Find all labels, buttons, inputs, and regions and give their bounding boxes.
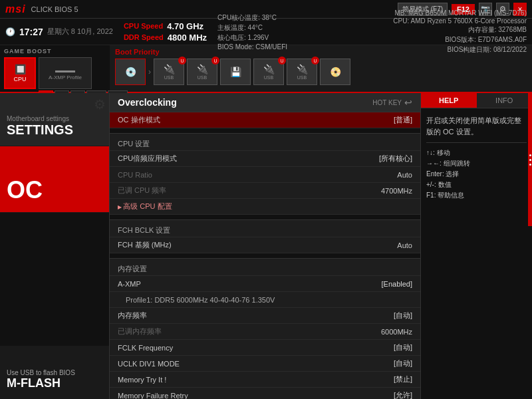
ddr-speed-label: DDR Speed <box>124 33 164 41</box>
cpu-ratio-mode-row[interactable]: CPU倍频应用模式 [所有核心] <box>110 151 420 167</box>
memory-retry-row[interactable]: Memory Failure Retry [允许] <box>110 388 420 399</box>
settings-big-label: SETTINGS <box>7 122 73 138</box>
boot-device-usb1[interactable]: 🔌 USB U <box>154 59 184 85</box>
oc-label: OC <box>7 176 43 204</box>
msi-logo: msi <box>5 3 26 15</box>
cpu-section-header: CPU 设置 <box>110 134 420 151</box>
cpu-ratio-row[interactable]: CPU Ratio Auto <box>110 167 420 183</box>
uclk-label: UCLK DIV1 MODE <box>118 360 180 368</box>
memory-freq-label: 内存频率 <box>118 311 147 321</box>
usb-label-2: USB <box>198 75 207 80</box>
time-block: 🕐 17:27 星期六 8 10月, 2022 <box>5 27 113 37</box>
mflash-small-label: Use USB to flash BIOS <box>7 369 75 376</box>
uclk-value: [自动] <box>394 358 412 368</box>
sidebar-item-mflash[interactable]: Use USB to flash BIOS M-FLASH <box>0 346 109 399</box>
ddr-speed-value: 4800 MHz <box>168 33 207 43</box>
usb-icon-4: 🔌 <box>297 64 308 74</box>
boot-devices: 💿 › 🔌 USB U 🔌 USB U 💾 🔌 USB U � <box>115 59 527 85</box>
memory-actual-freq-value: 6000MHz <box>381 328 412 336</box>
shortcut-jump-key: →←: 组间跳转 <box>426 159 470 168</box>
oc-title: Overclocking <box>118 97 177 108</box>
cpu-ratio-label: CPU Ratio <box>118 171 152 179</box>
advanced-cpu-label: 高级 CPU 配置 <box>118 201 172 211</box>
memory-actual-freq-row: 已调内存频率 6000MHz <box>110 324 420 340</box>
boot-device-usb2[interactable]: 🔌 USB U <box>187 59 217 85</box>
boot-device-usb4[interactable]: 🔌 USB U <box>287 59 317 85</box>
game-boost-section: GAME BOOST 🔲 CPU ▬▬▬ A-XMP Profile 1 2 3… <box>0 45 110 92</box>
cpu-freq-row: 已调 CPU 频率 4700MHz <box>110 183 420 199</box>
axmp-row[interactable]: A-XMP [Enabled] <box>110 276 420 292</box>
info-bar: 🕐 17:27 星期六 8 10月, 2022 CPU Speed 4.70 G… <box>0 19 532 45</box>
hot-key-icon[interactable]: ↩ <box>404 97 412 108</box>
usb-badge-4: U <box>311 57 319 65</box>
memory-try-label: Memory Try It ! <box>118 376 166 384</box>
help-divider <box>426 142 527 143</box>
advanced-cpu-row[interactable]: 高级 CPU 配置 <box>110 199 420 215</box>
help-tab[interactable]: HELP <box>421 93 477 108</box>
shortcut-move: ↑↓: 移动 <box>426 148 527 158</box>
uclk-row[interactable]: UCLK DIV1 MODE [自动] <box>110 356 420 372</box>
shortcut-value-key: +/-: 数值 <box>426 180 466 190</box>
divider-2 <box>110 215 420 220</box>
help-content: 开启或关闭使用简单版或完整版的 OC 设置。 ↑↓: 移动 →←: 组间跳转 E… <box>421 108 532 399</box>
cpu-speed-value: 4.70 GHz <box>167 21 203 31</box>
hot-key-area: HOT KEY ↩ <box>372 97 412 108</box>
info-tab[interactable]: INFO <box>477 93 533 108</box>
axmp-value: [Enabled] <box>382 280 412 288</box>
top-bar-left: msi CLICK BIOS 5 <box>5 3 78 15</box>
sidebar: ⚙ Motherboard settings SETTINGS OC Use U… <box>0 93 110 399</box>
clock-icon: 🕐 <box>5 27 15 37</box>
fclk-value: [自动] <box>394 342 412 352</box>
edge-dot-3 <box>529 164 531 166</box>
usb-icon-1: 🔌 <box>164 64 175 74</box>
memory-try-value: [禁止] <box>394 374 412 384</box>
oc-mode-label: OC 操作模式 <box>118 115 160 125</box>
usb-icon-2: 🔌 <box>197 64 208 74</box>
memory-section-header: 内存设置 <box>110 259 420 276</box>
usb-badge-1: U <box>178 57 186 65</box>
game-boost-cpu-button[interactable]: 🔲 CPU <box>4 57 36 89</box>
memory-retry-value: [允许] <box>394 390 412 399</box>
mb-temp: 主板温度: 44°C <box>217 23 287 33</box>
memory-actual-freq-label: 已调内存频率 <box>118 327 162 336</box>
sidebar-item-oc[interactable]: OC <box>0 146 109 213</box>
fclk-label: FCLK Frequency <box>118 344 173 352</box>
axmp-profile-button[interactable]: ▬▬▬ A-XMP Profile <box>39 57 92 89</box>
fch-freq-row[interactable]: FCH 基频 (MHz) Auto <box>110 237 420 253</box>
help-text: 开启或关闭使用简单版或完整版的 OC 设置。 <box>426 115 527 137</box>
boot-device-disc[interactable]: 📀 <box>320 59 350 85</box>
divider-3 <box>110 253 420 259</box>
boot-device-hdd[interactable]: 💾 <box>220 59 251 85</box>
edge-dot-2 <box>529 159 531 161</box>
cpu-label: CPU <box>13 76 26 82</box>
axmp-profile-row: Profile1: DDR5 6000MHz 40-40-40-76 1.350… <box>110 292 420 308</box>
disc-icon: 📀 <box>330 66 341 77</box>
cpu-speed-label: CPU Speed <box>124 22 163 30</box>
boot-priority-label: Boot Priority <box>115 48 527 56</box>
edge-dot-1 <box>529 154 531 156</box>
oc-header: Overclocking HOT KEY ↩ <box>110 93 420 112</box>
core-voltage: 核心电压: 1.296V <box>217 33 287 43</box>
cpu-speed-row: CPU Speed 4.70 GHz <box>124 21 207 31</box>
right-panel-edge <box>528 93 532 226</box>
settings-small-label: Motherboard settings <box>7 115 69 122</box>
fclk-row[interactable]: FCLK Frequency [自动] <box>110 340 420 356</box>
boot-device-dvd[interactable]: 💿 <box>115 59 146 85</box>
memory-freq-value: [自动] <box>394 311 412 321</box>
boot-device-usb3[interactable]: 🔌 USB U <box>253 59 284 85</box>
usb-label-1: USB <box>164 75 174 80</box>
sidebar-item-settings[interactable]: ⚙ Motherboard settings SETTINGS <box>0 93 109 146</box>
cpu-speeds: CPU Speed 4.70 GHz DDR Speed 4800 MHz <box>124 21 207 43</box>
dvd-icon: 💿 <box>125 66 136 77</box>
shortcut-enter: Enter: 选择 <box>426 170 527 179</box>
boost-boot-bar: GAME BOOST 🔲 CPU ▬▬▬ A-XMP Profile 1 2 3… <box>0 45 532 93</box>
fch-freq-value: Auto <box>397 241 412 249</box>
cpu-ratio-value: Auto <box>397 171 412 179</box>
memory-try-row[interactable]: Memory Try It ! [禁止] <box>110 372 420 388</box>
right-panel: HELP INFO 开启或关闭使用简单版或完整版的 OC 设置。 ↑↓: 移动 … <box>420 93 532 399</box>
boot-priority-section: Boot Priority 💿 › 🔌 USB U 🔌 USB U 💾 🔌 US… <box>110 45 532 92</box>
oc-mode-value: [普通] <box>394 115 412 125</box>
oc-mode-row[interactable]: OC 操作模式 [普通] <box>110 112 420 128</box>
cpu-ratio-mode-value: [所有核心] <box>379 154 412 164</box>
memory-freq-row[interactable]: 内存频率 [自动] <box>110 308 420 324</box>
